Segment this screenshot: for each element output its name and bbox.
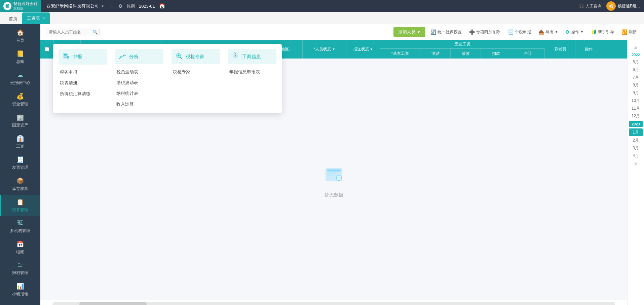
timeline-month-5[interactable]: 5月 [628, 58, 644, 66]
item-tax-payment-fluctuation[interactable]: 纳税波动表 [116, 79, 163, 86]
sidebar-item-payroll[interactable]: 👔 工资 [0, 131, 40, 153]
status-filter-icon[interactable]: ▼ [332, 47, 335, 51]
section-business-info: 工商信息 年报信息申报表 [228, 49, 276, 108]
add-company-button[interactable]: ＋ [110, 3, 114, 9]
calendar-icon[interactable]: 📅 [159, 3, 165, 9]
sidebar-label-ledger: 总账 [16, 59, 24, 65]
sidebar-item-settings[interactable]: ⚙ 基础设置 [0, 300, 40, 305]
sidebar-item-close[interactable]: 📅 结账 [0, 237, 40, 258]
operations-action[interactable]: ⚙ 操作 ▼ [563, 29, 585, 35]
analysis-section-icon [118, 52, 126, 62]
th-perf: 绩效 [451, 49, 481, 59]
timeline-month-6[interactable]: 6月 [628, 66, 644, 74]
sidebar-label-multi-org: 多机构管理 [10, 228, 30, 234]
sidebar-item-xiao-chang[interactable]: 📊 小畅报销 [0, 279, 40, 300]
social-security-action[interactable]: 🔄 统一社保设置 [428, 29, 464, 35]
report-status-filter-icon[interactable]: ▼ [370, 47, 373, 51]
scroll-thumb[interactable] [79, 302, 147, 305]
sidebar-item-fund[interactable]: 💰 资金管理 [0, 89, 40, 110]
item-tax-expert[interactable]: 税检专家 [173, 68, 220, 76]
th-pension: 养老费 [545, 40, 575, 59]
sidebar-item-inventory[interactable]: 📦 库存核算 [0, 174, 40, 195]
section-shenbo: 申报 税务申报 税表清册 所得税汇算清缴 [59, 49, 107, 108]
business-info-section-title: 工商信息 [242, 54, 261, 60]
timeline-month-10[interactable]: 10月 [628, 97, 644, 105]
shenbo-section-title: 申报 [73, 54, 82, 60]
sidebar-item-invoice[interactable]: 🧾 发票管理 [0, 153, 40, 174]
sidebar-item-home[interactable]: 🏠 首页 [0, 26, 40, 47]
period-value: 2023-01 [139, 4, 155, 9]
social-security-label: 统一社保设置 [438, 29, 462, 35]
add-person-button[interactable]: 添加人员 ▼ [393, 27, 425, 37]
headset-icon: 🎧 [579, 4, 584, 8]
item-tax-table[interactable]: 税表清册 [60, 79, 107, 87]
timeline-month-9[interactable]: 9月 [628, 89, 644, 97]
th-report-status: 报送状态 ▼ [346, 40, 380, 59]
item-tax-fluctuation[interactable]: 税负波动表 [116, 68, 163, 76]
company-selector[interactable]: 西安虾米网络科技有限公司 ▼ [46, 3, 104, 9]
sidebar-item-cloud-report[interactable]: ☁ 云报表中心 [0, 68, 40, 89]
tab-home[interactable]: 首页 [4, 14, 22, 24]
section-tax-expert-header: 税检专家 [172, 49, 220, 64]
settings-button[interactable]: ⚙ [118, 3, 123, 9]
timeline-month-1[interactable]: 1月 [629, 128, 643, 136]
select-all-checkbox[interactable] [45, 47, 49, 51]
timeline-month-7[interactable]: 7月 [628, 74, 644, 81]
timeline-month-2[interactable]: 2月 [628, 137, 644, 144]
timeline-month-3[interactable]: 3月 [628, 144, 644, 152]
timeline-down-button[interactable]: ▼ [628, 160, 644, 168]
item-income-tax-clear[interactable]: 所得税汇算清缴 [60, 90, 107, 98]
section-analysis: 分析 税负波动表 纳税波动表 纳税统计表 收入浏算 [115, 49, 163, 108]
sidebar-item-ledger[interactable]: 📒 总账 [0, 47, 40, 68]
sidebar-label-assets: 固定资产 [12, 122, 28, 128]
export-label: 导出 [545, 29, 554, 35]
svg-rect-14 [235, 55, 236, 56]
sidebar-item-multi-org[interactable]: 🏗 多机构管理 [0, 216, 40, 237]
tax-return-action[interactable]: 📃 个税申报 [506, 29, 533, 35]
tab-payroll-label: 工资表 [27, 15, 40, 21]
new-guide-action[interactable]: 🔰 新手引导 [589, 29, 616, 35]
company-name: 西安虾米网络科技有限公司 [46, 3, 99, 9]
operations-icon: ⚙ [565, 29, 570, 35]
section-shenbo-header: 申报 [59, 49, 107, 65]
top-header: 畅 畅捷通好会计 旗舰版 西安虾米网络科技有限公司 ▼ ＋ ⚙ 账期 2023-… [0, 0, 644, 12]
business-info-section-icon [231, 52, 239, 62]
cloud-icon: ☁ [17, 71, 23, 79]
tax-expert-items: 税检专家 [172, 68, 220, 76]
timeline-month-11[interactable]: 11月 [628, 105, 644, 112]
tab-payroll[interactable]: 工资表 ✕ [22, 12, 50, 24]
timeline-month-12[interactable]: 12月 [628, 112, 644, 120]
tab-home-label: 首页 [9, 16, 17, 22]
refresh-action[interactable]: 🔁 刷新 [619, 29, 639, 35]
timeline-month-8[interactable]: 8月 [628, 81, 644, 89]
sidebar-label-invoice: 发票管理 [12, 165, 28, 170]
timeline-month-4[interactable]: 4月 [628, 152, 644, 160]
section-analysis-header: 分析 [115, 49, 163, 64]
export-action[interactable]: 📤 导出 ▼ [536, 29, 560, 35]
timeline-up-button[interactable]: ▲ [628, 43, 644, 51]
timeline-panel: ▲ 2022 5月 6月 7月 8月 9月 10月 11月 12月 2023 1… [627, 40, 644, 305]
sidebar-item-tax-mgmt[interactable]: 📋 税务管理 [0, 195, 40, 216]
item-tax-stats[interactable]: 纳税统计表 [116, 90, 163, 97]
item-annual-report[interactable]: 年报信息申报表 [229, 68, 276, 76]
item-income-browse[interactable]: 收入浏算 [116, 101, 163, 108]
item-tax-apply[interactable]: 税务申报 [60, 69, 107, 76]
th-yifa-sub: *基本工资 津贴 绩效 扣款 [380, 49, 545, 59]
sidebar: 🏠 首页 📒 总账 ☁ 云报表中心 💰 资金管理 🏢 固定资产 👔 工资 🧾 发… [0, 24, 40, 305]
tab-close-icon[interactable]: ✕ [42, 16, 45, 21]
support-button[interactable]: 🎧 人工咨询 [579, 3, 602, 9]
toolbar: 🔍 添加人员 ▼ 🔄 统一社保设置 ➕ 专项附加扣除 📃 个税申报 📤 导出 [40, 24, 644, 40]
svg-rect-3 [327, 175, 334, 176]
user-avatar-area[interactable]: 畅 畅捷通B组... [606, 1, 640, 11]
search-input[interactable] [49, 30, 92, 34]
sidebar-item-archive[interactable]: 🗂 归档管理 [0, 258, 40, 279]
svg-rect-2 [327, 173, 337, 174]
sidebar-label-xiaochang: 小畅报销 [12, 291, 28, 297]
horizontal-scrollbar[interactable] [40, 300, 627, 305]
special-deduct-action[interactable]: ➕ 专项附加扣除 [467, 29, 502, 35]
social-security-icon: 🔄 [430, 29, 436, 35]
period-label: 账期 [127, 3, 135, 9]
sidebar-label-close: 结账 [16, 249, 24, 255]
sidebar-item-assets[interactable]: 🏢 固定资产 [0, 110, 40, 131]
tax-return-label: 个税申报 [515, 29, 531, 35]
